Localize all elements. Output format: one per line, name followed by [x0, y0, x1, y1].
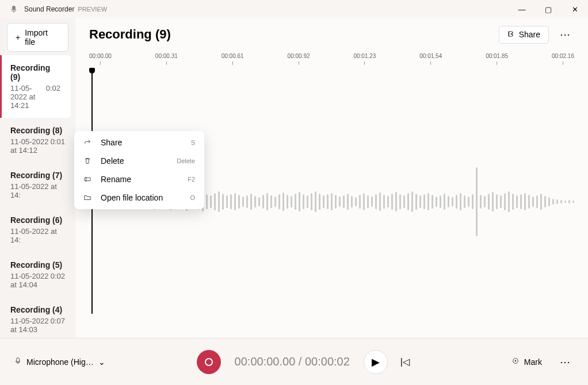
- record-icon: [205, 358, 213, 366]
- waveform-bar: [234, 193, 236, 210]
- waveform-bar: [560, 200, 562, 203]
- bottom-more-button[interactable]: ⋯: [556, 353, 574, 371]
- waveform-bar: [452, 197, 453, 206]
- waveform-bar: [351, 196, 353, 207]
- timeline-tick: 00:00.00: [89, 53, 112, 65]
- waveform-bar: [319, 194, 320, 210]
- list-item[interactable]: Recording (6) 11-05-2022 at 14:: [0, 207, 75, 252]
- share-button[interactable]: Share: [499, 26, 549, 44]
- waveform-bar: [468, 197, 469, 207]
- waveform-bar: [347, 194, 349, 210]
- total-time: 00:00:02: [305, 355, 350, 368]
- waveform-bar: [323, 195, 324, 208]
- play-icon: ▶: [372, 356, 380, 368]
- waveform-bar: [411, 191, 413, 212]
- waveform-bar: [564, 201, 566, 203]
- list-item[interactable]: Recording (7) 11-05-2022 at 14:: [0, 163, 75, 207]
- waveform-bar: [226, 195, 228, 208]
- chevron-down-icon: ⌄: [98, 357, 105, 367]
- waveform-bar: [448, 196, 449, 207]
- app-name: Sound Recorder: [24, 5, 74, 13]
- waveform-bar: [343, 195, 345, 208]
- import-file-button[interactable]: + Import file: [7, 23, 68, 52]
- context-menu-label: Share: [101, 138, 122, 147]
- waveform-bar: [242, 197, 244, 207]
- mic-icon: [14, 357, 22, 367]
- context-menu-shortcut: O: [190, 194, 195, 201]
- waveform-bar: [480, 195, 482, 209]
- context-menu-label: Open file location: [101, 193, 163, 202]
- previous-button[interactable]: |◁: [396, 356, 414, 367]
- recording-date: 11-05-2022 at 14:: [10, 182, 65, 199]
- waveform-bar: [544, 196, 546, 207]
- recording-date: 11-05-2022 at 14:03: [10, 317, 51, 334]
- waveform-bar: [548, 197, 550, 206]
- maximize-button[interactable]: ▢: [535, 0, 562, 18]
- list-item[interactable]: Recording (4) 11-05-2022 at 14:030:07: [0, 297, 75, 338]
- play-button[interactable]: ▶: [364, 350, 388, 374]
- waveform-bar: [472, 194, 474, 209]
- record-button[interactable]: [197, 350, 221, 374]
- context-menu-shortcut: F2: [188, 176, 195, 183]
- close-button[interactable]: ✕: [562, 0, 588, 18]
- context-menu-share[interactable]: Share S: [77, 133, 202, 152]
- recording-title: Recording (6): [10, 215, 65, 225]
- waveform-bar: [460, 193, 461, 210]
- recording-title: Recording (8): [10, 126, 65, 135]
- import-label: Import file: [25, 28, 60, 47]
- waveform-bar: [210, 195, 212, 208]
- list-item[interactable]: Recording (8) 11-05-2022 at 14:120:01: [0, 118, 75, 163]
- waveform-bar: [556, 199, 558, 204]
- preview-badge: PREVIEW: [78, 6, 107, 13]
- waveform-bar: [464, 195, 465, 208]
- list-item[interactable]: Recording (9) 11-05-2022 at 14:210:02: [0, 55, 71, 118]
- waveform-bar: [415, 194, 417, 210]
- share-icon: [507, 30, 516, 40]
- waveform-bar: [270, 195, 272, 208]
- share-label: Share: [519, 30, 540, 39]
- waveform-bar: [427, 193, 429, 210]
- waveform-bar: [403, 195, 405, 208]
- waveform-bar: [536, 195, 538, 208]
- context-menu-delete[interactable]: Delete Delete: [77, 152, 202, 170]
- recording-date: 11-05-2022 at 14:21: [10, 84, 46, 110]
- time-display: 00:00:00.00 / 00:00:02: [235, 355, 350, 368]
- waveform-bar: [492, 192, 494, 211]
- minimize-button[interactable]: —: [509, 0, 535, 18]
- waveform-bar: [278, 194, 280, 209]
- timeline-tick: 00:01.54: [419, 53, 442, 65]
- waveform-bar: [299, 192, 300, 211]
- waveform-bar: [383, 195, 385, 209]
- sidebar: + Import file Recording (9) 11-05-2022 a…: [0, 18, 75, 338]
- waveform-bar: [303, 194, 304, 209]
- context-menu-shortcut: S: [191, 139, 195, 146]
- app-icon: [9, 5, 18, 14]
- timeline[interactable]: 00:00.0000:00.3100:00.6100:00.9200:01.23…: [75, 48, 588, 65]
- recording-date: 11-05-2022 at 14:: [10, 227, 65, 244]
- waveform-bar: [222, 194, 224, 210]
- waveform-bar: [528, 195, 530, 209]
- waveform-bar: [359, 195, 361, 209]
- more-options-button[interactable]: ⋯: [556, 25, 574, 44]
- waveform-bar: [516, 195, 518, 208]
- waveform-bar: [387, 196, 389, 207]
- waveform-bar: [266, 193, 268, 210]
- context-menu-rename[interactable]: Rename F2: [77, 170, 202, 188]
- waveform-bar: [395, 192, 397, 211]
- waveform-bar: [436, 197, 437, 207]
- waveform-bar: [230, 194, 232, 209]
- waveform-bar: [311, 193, 312, 210]
- timeline-tick: 00:00.92: [288, 53, 310, 65]
- mark-button[interactable]: Mark: [506, 353, 548, 370]
- list-item[interactable]: Recording (5) 11-05-2022 at 14:040:02: [0, 252, 75, 297]
- waveform-bar: [331, 193, 333, 210]
- timeline-tick: 00:01.85: [486, 53, 508, 65]
- recording-title: Recording (7): [10, 171, 65, 180]
- waveform-bar: [407, 193, 409, 210]
- waveform-bar: [375, 194, 377, 209]
- microphone-select[interactable]: Microphone (Hig… ⌄: [14, 357, 105, 367]
- waveform-bar: [572, 201, 574, 203]
- recording-date: 11-05-2022 at 14:12: [10, 137, 51, 155]
- svg-point-7: [515, 360, 517, 362]
- context-menu-open-file-location[interactable]: Open file location O: [77, 188, 202, 207]
